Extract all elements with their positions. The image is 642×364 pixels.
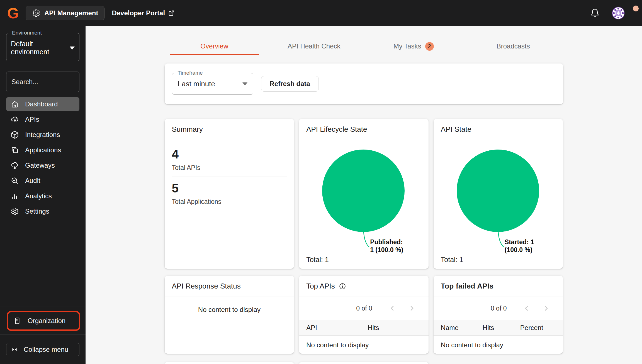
api-lifecycle-state-card: API Lifecycle State Published: 1 (100.0 … bbox=[299, 119, 429, 269]
sidebar-item-gateways[interactable]: Gateways bbox=[6, 158, 79, 172]
sidebar-item-dashboard[interactable]: Dashboard bbox=[6, 97, 79, 111]
sidebar-item-applications[interactable]: Applications bbox=[6, 143, 79, 157]
pie-slice-started[interactable] bbox=[457, 150, 539, 232]
next-page-button[interactable] bbox=[408, 304, 416, 312]
developer-portal-link[interactable]: Developer Portal bbox=[112, 9, 174, 17]
pie-callout: Published: 1 (100.0 %) bbox=[370, 238, 403, 254]
app-switcher-label: API Management bbox=[44, 9, 98, 17]
paginator: 0 of 0 bbox=[299, 297, 429, 320]
sidebar-item-settings[interactable]: Settings bbox=[6, 204, 79, 218]
sidebar-item-audit[interactable]: Audit bbox=[6, 174, 79, 188]
app-switcher-button[interactable]: API Management bbox=[26, 6, 104, 20]
column-percent[interactable]: Percent bbox=[513, 324, 563, 332]
card-title: API State bbox=[434, 119, 563, 140]
previous-page-button[interactable] bbox=[388, 304, 396, 312]
tab-broadcasts[interactable]: Broadcasts bbox=[463, 37, 563, 55]
notifications-button[interactable] bbox=[590, 8, 600, 18]
paginator-range: 0 of 0 bbox=[356, 305, 372, 312]
top-failed-apis-card: Top failed APIs 0 of 0 Name Hits bbox=[434, 276, 563, 354]
chevron-down-icon bbox=[70, 47, 75, 50]
partial-card bbox=[299, 362, 429, 364]
tab-overview[interactable]: Overview bbox=[165, 37, 264, 55]
magnifier-check-icon bbox=[11, 177, 19, 185]
empty-state-text: No content to display bbox=[165, 297, 294, 314]
empty-state-text: No content to display bbox=[299, 336, 429, 354]
gravitee-logo[interactable]: G bbox=[7, 6, 18, 21]
main-content: Overview API Health Check My Tasks 2 Bro… bbox=[86, 26, 642, 364]
environment-value: Default environment bbox=[11, 40, 67, 56]
sidebar-item-label: Dashboard bbox=[25, 100, 58, 108]
pie-chart-lifecycle: Published: 1 (100.0 %) Total: 1 bbox=[299, 140, 429, 269]
tab-api-health-check[interactable]: API Health Check bbox=[264, 37, 364, 55]
gear-icon bbox=[11, 207, 19, 216]
windows-icon bbox=[11, 146, 19, 154]
divider bbox=[0, 334, 86, 334]
sidebar-item-analytics[interactable]: Analytics bbox=[6, 189, 79, 203]
building-icon bbox=[13, 317, 21, 325]
topbar: G API Management Developer Portal bbox=[0, 0, 642, 26]
refresh-data-button[interactable]: Refresh data bbox=[261, 76, 319, 92]
sidebar-item-label: Analytics bbox=[25, 192, 52, 200]
package-icon bbox=[11, 131, 19, 139]
search-box[interactable] bbox=[6, 72, 79, 92]
summary-card: Summary 4 Total APIs 5 Total Application… bbox=[165, 119, 294, 269]
environment-label: Environment bbox=[10, 30, 44, 36]
table-header: Name Hits Percent bbox=[434, 320, 563, 336]
cards-row-tables: API Response Status No content to displa… bbox=[165, 276, 563, 354]
pie-slice-published[interactable] bbox=[322, 150, 405, 232]
cloud-gear-icon bbox=[11, 115, 19, 124]
gear-icon bbox=[32, 9, 40, 17]
column-hits[interactable]: Hits bbox=[360, 324, 429, 332]
sidebar-item-label: Organization bbox=[28, 317, 65, 325]
tab-bar: Overview API Health Check My Tasks 2 Bro… bbox=[165, 37, 563, 55]
tab-my-tasks[interactable]: My Tasks 2 bbox=[364, 37, 464, 55]
total-applications-label: Total Applications bbox=[172, 198, 287, 206]
top-apis-card: Top APIs 0 of 0 bbox=[299, 276, 429, 354]
table-header: API Hits bbox=[299, 320, 429, 336]
collapse-icon bbox=[11, 346, 18, 353]
cards-row-summary: Summary 4 Total APIs 5 Total Application… bbox=[165, 119, 563, 269]
user-avatar[interactable] bbox=[612, 7, 625, 19]
sidebar-item-label: Audit bbox=[25, 177, 40, 185]
card-title: API Response Status bbox=[165, 276, 294, 297]
sidebar-item-apis[interactable]: APIs bbox=[6, 113, 79, 126]
pie-total: Total: 1 bbox=[306, 256, 329, 264]
api-response-status-card: API Response Status No content to displa… bbox=[165, 276, 294, 354]
presence-dot bbox=[633, 6, 639, 11]
cloud-node-icon bbox=[11, 161, 19, 170]
total-apis-value: 4 bbox=[172, 147, 287, 161]
timeframe-card: Timeframe Last minute Refresh data bbox=[165, 63, 563, 104]
column-name[interactable]: Name bbox=[434, 324, 475, 332]
previous-page-button[interactable] bbox=[523, 304, 531, 312]
api-management-app: G API Management Developer Portal bbox=[0, 0, 642, 364]
summary-stats: 4 Total APIs 5 Total Applications bbox=[165, 140, 294, 206]
sidebar-item-organization[interactable]: Organization bbox=[7, 311, 80, 331]
sidebar-item-label: Settings bbox=[25, 207, 49, 215]
sidebar-item-label: Integrations bbox=[25, 131, 60, 139]
sidebar-nav: Dashboard APIs bbox=[6, 97, 79, 218]
sidebar-item-label: Applications bbox=[25, 146, 61, 154]
dashboard-container: Timeframe Last minute Refresh data Summa… bbox=[165, 63, 563, 364]
cards-row-partial bbox=[165, 362, 563, 364]
my-tasks-badge: 2 bbox=[425, 42, 434, 51]
card-title: Top APIs bbox=[299, 276, 429, 297]
total-apis-label: Total APIs bbox=[172, 164, 287, 172]
partial-card bbox=[165, 362, 294, 364]
divider bbox=[172, 177, 287, 177]
next-page-button[interactable] bbox=[542, 304, 550, 312]
column-hits[interactable]: Hits bbox=[475, 324, 513, 332]
sidebar-item-integrations[interactable]: Integrations bbox=[6, 128, 79, 142]
pie-callout: Started: 1 (100.0 %) bbox=[505, 238, 534, 254]
api-state-card: API State Started: 1 (100.0 %) Total: 1 bbox=[434, 119, 563, 269]
column-api[interactable]: API bbox=[299, 324, 360, 332]
card-title: Top failed APIs bbox=[434, 276, 563, 297]
timeframe-label: Timeframe bbox=[176, 70, 205, 76]
empty-state-text: No content to display bbox=[434, 336, 563, 354]
search-input[interactable] bbox=[11, 78, 98, 86]
collapse-menu-button[interactable]: Collapse menu bbox=[6, 343, 79, 356]
info-icon[interactable] bbox=[339, 283, 346, 290]
external-link-icon bbox=[168, 10, 174, 16]
chevron-down-icon bbox=[242, 82, 247, 85]
timeframe-select[interactable]: Timeframe Last minute bbox=[172, 73, 253, 95]
environment-select[interactable]: Environment Default environment bbox=[6, 33, 79, 61]
